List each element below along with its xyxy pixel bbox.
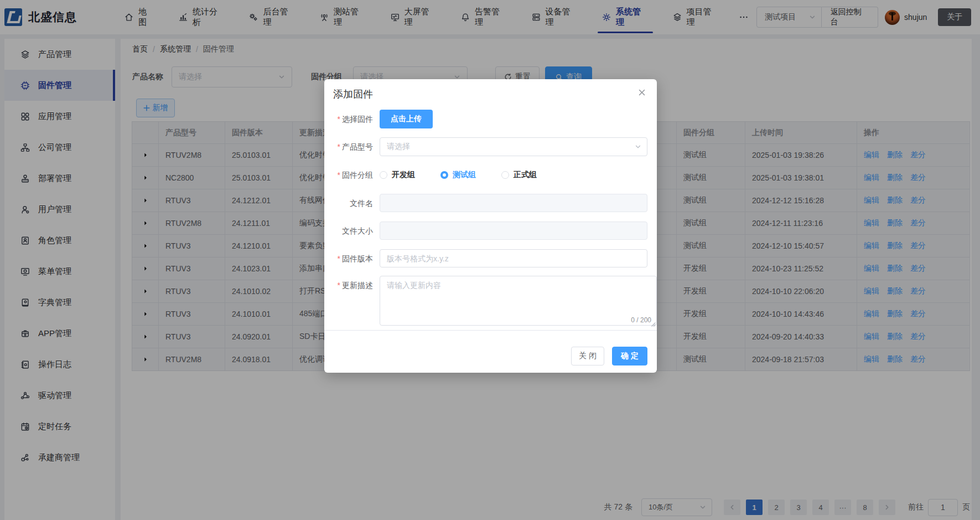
product-model-select[interactable]: 请选择 [380,137,647,156]
upload-field-label: *选择固件 [324,110,373,128]
app-screen: 北盛信息 地图统计分析后台管理测站管理大屏管理告警管理设备管理系统管理项目管理 … [0,0,980,520]
close-icon[interactable] [636,86,648,101]
filesize-field-label: 文件大小 [324,222,373,240]
dialog-title: 添加固件 [333,87,373,101]
dialog-footer: 关 闭 确 定 [571,347,647,365]
dialog-footer-divider [324,330,657,331]
firmware-group-radios: 开发组测试组正式组 [380,167,647,183]
chevron-down-icon [635,143,641,150]
upload-button[interactable]: 点击上传 [380,110,433,128]
product-field-label: *产品型号 [324,137,373,156]
version-field-label: *固件版本 [324,249,373,268]
radio-开发组[interactable]: 开发组 [380,170,415,180]
add-firmware-dialog: 添加固件 *选择固件 点击上传 *产品型号 请选择 *固件分组 开发组测试组正式… [324,79,657,373]
filename-input [380,194,647,212]
firmware-version-input[interactable] [380,249,647,267]
group-field-label: *固件分组 [324,167,373,183]
radio-测试组[interactable]: 测试组 [440,170,476,180]
radio-dot-icon [380,171,387,179]
resize-grip-icon[interactable] [650,321,656,327]
dialog-close-button[interactable]: 关 闭 [571,347,604,365]
update-description-textarea[interactable] [380,276,657,326]
char-counter: 0 / 200 [629,316,651,324]
filename-field-label: 文件名 [324,194,373,213]
dialog-confirm-button[interactable]: 确 定 [612,347,647,365]
radio-dot-icon [440,171,448,179]
radio-正式组[interactable]: 正式组 [501,170,537,180]
filesize-input [380,222,647,240]
description-field-label: *更新描述 [324,276,373,328]
radio-dot-icon [501,171,509,179]
